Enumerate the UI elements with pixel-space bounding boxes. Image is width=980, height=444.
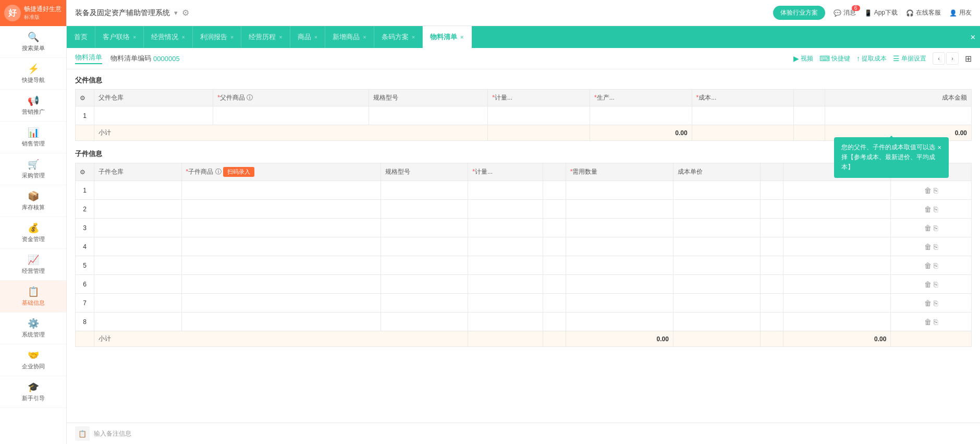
- tab-close-icon[interactable]: ×: [412, 34, 415, 40]
- delete-icon[interactable]: 🗑: [924, 205, 932, 213]
- child-goods[interactable]: [181, 219, 381, 237]
- dropdown-icon[interactable]: ▾: [174, 9, 178, 17]
- sidebar-item-cooperation[interactable]: 🤝 企业协同: [0, 344, 66, 376]
- child-unit[interactable]: [468, 275, 543, 294]
- sidebar-item-quick-nav[interactable]: ⚡ 快捷导航: [0, 58, 66, 90]
- delete-icon[interactable]: 🗑: [924, 299, 932, 307]
- child-unit-cost[interactable]: [673, 237, 761, 256]
- tab-bom[interactable]: 物料清单 ×: [423, 26, 471, 48]
- child-warehouse[interactable]: [94, 275, 182, 294]
- child-unit[interactable]: [468, 294, 543, 313]
- child-unit-cost[interactable]: [673, 294, 761, 313]
- get-cost-btn[interactable]: ↑ 提取成本: [856, 54, 887, 63]
- tab-close-icon[interactable]: ×: [230, 34, 234, 40]
- child-unit-cost[interactable]: [673, 313, 761, 331]
- app-download-action[interactable]: 📱 App下载: [864, 8, 898, 17]
- child-qty[interactable]: [566, 256, 673, 275]
- copy-icon[interactable]: ⎘: [934, 243, 938, 251]
- child-unit-cost[interactable]: [673, 275, 761, 294]
- child-unit[interactable]: [468, 219, 543, 237]
- delete-icon[interactable]: 🗑: [924, 280, 932, 289]
- child-qty[interactable]: [566, 200, 673, 219]
- close-all-icon[interactable]: ✕: [970, 33, 976, 41]
- tab-close-icon[interactable]: ×: [460, 34, 463, 40]
- copy-icon[interactable]: ⎘: [934, 261, 938, 270]
- tab-new-goods[interactable]: 新增商品 ×: [325, 26, 374, 48]
- message-action[interactable]: 💬 6 消息: [834, 8, 856, 17]
- parent-goods-cell[interactable]: [213, 106, 369, 125]
- sidebar-item-operations[interactable]: 📈 经营管理: [0, 249, 66, 281]
- parent-warehouse-cell[interactable]: [94, 106, 213, 125]
- copy-icon[interactable]: ⎘: [934, 280, 938, 289]
- tab-profit-report[interactable]: 利润报告 ×: [193, 26, 241, 48]
- child-goods[interactable]: [181, 237, 381, 256]
- grid-view-icon[interactable]: ⊞: [965, 54, 972, 64]
- parent-cost-cell[interactable]: [692, 106, 794, 125]
- tab-close-icon[interactable]: ×: [133, 34, 136, 40]
- tab-operations-history[interactable]: 经营历程 ×: [241, 26, 290, 48]
- child-spec[interactable]: [381, 181, 468, 200]
- tab-close-icon[interactable]: ×: [314, 34, 317, 40]
- child-goods[interactable]: [181, 256, 381, 275]
- child-unit-cost[interactable]: [673, 219, 761, 237]
- page-next-btn[interactable]: ›: [946, 52, 959, 65]
- sidebar-item-guide[interactable]: 🎓 新手引导: [0, 376, 66, 408]
- child-goods[interactable]: [181, 313, 381, 331]
- bottom-icon-1[interactable]: 📋: [75, 426, 90, 441]
- child-qty[interactable]: [566, 275, 673, 294]
- single-setting-btn[interactable]: ☰ 单据设置: [893, 54, 926, 63]
- child-unit[interactable]: [468, 256, 543, 275]
- child-qty[interactable]: [566, 237, 673, 256]
- shortcut-btn[interactable]: ⌨ 快捷键: [819, 54, 850, 63]
- child-warehouse[interactable]: [94, 256, 182, 275]
- sidebar-item-system[interactable]: ⚙️ 系统管理: [0, 313, 66, 344]
- child-spec[interactable]: [381, 200, 468, 219]
- online-service-action[interactable]: 🎧 在线客服: [906, 8, 941, 17]
- tab-customer[interactable]: 客户联络 ×: [95, 26, 144, 48]
- copy-icon[interactable]: ⎘: [934, 299, 938, 307]
- child-spec[interactable]: [381, 313, 468, 331]
- parent-spec-cell[interactable]: [369, 106, 488, 125]
- child-spec[interactable]: [381, 294, 468, 313]
- view-btn[interactable]: ▶ 视频: [793, 54, 813, 63]
- sidebar-item-purchase[interactable]: 🛒 采购管理: [0, 153, 66, 185]
- tab-close-icon[interactable]: ×: [279, 34, 282, 40]
- experience-button[interactable]: 体验行业方案: [773, 6, 825, 20]
- parent-col-setting[interactable]: ⚙: [76, 90, 94, 106]
- delete-icon[interactable]: 🗑: [924, 186, 932, 195]
- child-spec[interactable]: [381, 256, 468, 275]
- delete-icon[interactable]: 🗑: [924, 261, 932, 270]
- sidebar-item-search[interactable]: 🔍 搜索菜单: [0, 26, 66, 58]
- child-col-setting[interactable]: ⚙: [76, 163, 94, 181]
- child-warehouse[interactable]: [94, 237, 182, 256]
- sidebar-item-sales[interactable]: 📊 销售管理: [0, 122, 66, 153]
- child-warehouse[interactable]: [94, 294, 182, 313]
- child-unit[interactable]: [468, 313, 543, 331]
- copy-icon[interactable]: ⎘: [934, 186, 938, 195]
- tab-operations-status[interactable]: 经营情况 ×: [144, 26, 192, 48]
- delete-icon[interactable]: 🗑: [924, 243, 932, 251]
- delete-icon[interactable]: 🗑: [924, 318, 932, 326]
- child-unit-cost[interactable]: [673, 181, 761, 200]
- copy-icon[interactable]: ⎘: [934, 224, 938, 232]
- child-warehouse[interactable]: [94, 181, 182, 200]
- tab-close-icon[interactable]: ×: [363, 34, 366, 40]
- tab-goods[interactable]: 商品 ×: [290, 26, 325, 48]
- sidebar-item-inventory[interactable]: 📦 库存核算: [0, 185, 66, 217]
- child-warehouse[interactable]: [94, 219, 182, 237]
- child-goods[interactable]: [181, 294, 381, 313]
- copy-icon[interactable]: ⎘: [934, 205, 938, 213]
- child-warehouse[interactable]: [94, 200, 182, 219]
- tooltip-close-btn[interactable]: ×: [937, 142, 941, 153]
- child-goods[interactable]: [181, 200, 381, 219]
- child-spec[interactable]: [381, 275, 468, 294]
- parent-produce-cell[interactable]: [590, 106, 692, 125]
- child-unit[interactable]: [468, 237, 543, 256]
- child-spec[interactable]: [381, 237, 468, 256]
- child-goods[interactable]: [181, 181, 381, 200]
- child-qty[interactable]: [566, 313, 673, 331]
- child-unit-cost[interactable]: [673, 200, 761, 219]
- copy-icon[interactable]: ⎘: [934, 318, 938, 326]
- child-warehouse[interactable]: [94, 313, 182, 331]
- child-qty[interactable]: [566, 294, 673, 313]
